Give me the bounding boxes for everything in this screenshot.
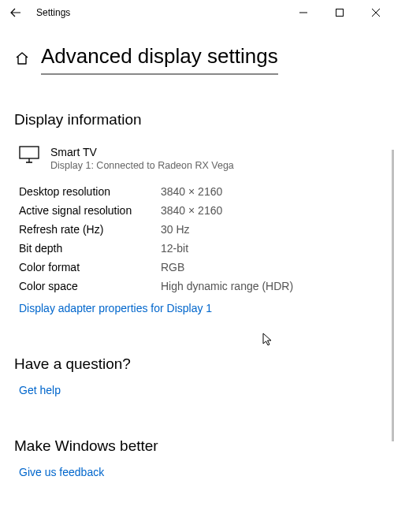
page-header: Advanced display settings: [0, 25, 394, 83]
close-icon: [372, 9, 380, 17]
display-subtitle: Display 1: Connected to Radeon RX Vega: [50, 160, 234, 171]
svg-rect-1: [20, 147, 39, 158]
display-card: Smart TV Display 1: Connected to Radeon …: [14, 146, 380, 171]
close-button[interactable]: [358, 0, 394, 25]
home-icon: [14, 50, 30, 66]
content-area: Display information Smart TV Display 1: …: [0, 83, 394, 478]
row-label: Active signal resolution: [19, 204, 161, 217]
minimize-icon: [299, 9, 307, 17]
row-label: Bit depth: [19, 242, 161, 255]
row-value: High dynamic range (HDR): [161, 280, 380, 292]
row-value: RGB: [161, 261, 380, 273]
row-label: Color format: [19, 261, 161, 273]
row-value: 30 Hz: [161, 223, 380, 236]
svg-rect-0: [336, 9, 344, 17]
row-value: 3840 × 2160: [161, 185, 380, 198]
maximize-button[interactable]: [322, 0, 358, 25]
row-label: Color space: [19, 280, 161, 292]
display-properties-table: Desktop resolution 3840 × 2160 Active si…: [14, 185, 380, 292]
row-label: Desktop resolution: [19, 185, 161, 198]
monitor-icon: [19, 146, 39, 166]
display-info-text: Smart TV Display 1: Connected to Radeon …: [50, 146, 234, 171]
window-title: Settings: [32, 7, 70, 18]
back-button[interactable]: [0, 7, 32, 18]
back-arrow-icon: [10, 7, 21, 18]
adapter-properties-link[interactable]: Display adapter properties for Display 1: [14, 302, 380, 314]
row-value: 12-bit: [161, 242, 380, 255]
have-a-question-heading: Have a question?: [14, 355, 380, 373]
display-name: Smart TV: [50, 146, 234, 158]
page-title: Advanced display settings: [41, 44, 278, 75]
display-info-heading: Display information: [14, 111, 380, 128]
maximize-icon: [336, 9, 344, 17]
window-controls: [285, 0, 394, 25]
row-value: 3840 × 2160: [161, 204, 380, 217]
make-windows-better-heading: Make Windows better: [14, 437, 380, 455]
row-label: Refresh rate (Hz): [19, 223, 161, 236]
titlebar: Settings: [0, 0, 394, 25]
give-feedback-link[interactable]: Give us feedback: [14, 466, 380, 478]
home-button[interactable]: [14, 50, 30, 69]
get-help-link[interactable]: Get help: [14, 384, 380, 396]
minimize-button[interactable]: [285, 0, 322, 25]
